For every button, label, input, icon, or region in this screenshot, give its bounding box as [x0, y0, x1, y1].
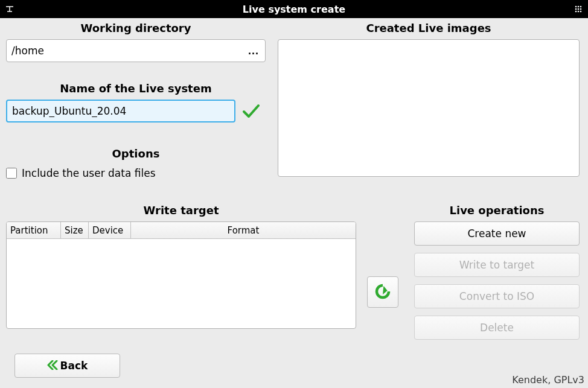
options-label: Options — [6, 147, 266, 160]
back-button-label: Back — [60, 360, 88, 372]
write-target-table[interactable]: Partition Size Device Format — [6, 221, 356, 329]
window-titlebar: Live system create — [0, 0, 588, 18]
window-grid-icon[interactable] — [574, 4, 583, 14]
window-menu-icon[interactable] — [5, 4, 14, 14]
svg-point-3 — [575, 6, 577, 8]
working-directory-label: Working directory — [6, 22, 266, 34]
svg-point-4 — [578, 6, 580, 8]
table-header: Partition Size Device Format — [7, 222, 356, 239]
svg-point-8 — [580, 8, 582, 10]
created-images-label: Created Live images — [278, 22, 580, 34]
browse-button[interactable]: ... — [241, 39, 266, 62]
include-user-data-label: Include the user data files — [22, 167, 156, 179]
write-to-target-button: Write to target — [414, 253, 580, 277]
window-title: Live system create — [0, 4, 588, 15]
svg-point-5 — [580, 6, 582, 8]
created-images-listbox[interactable] — [278, 39, 580, 177]
live-system-name-input[interactable] — [6, 100, 235, 122]
column-partition[interactable]: Partition — [7, 222, 61, 238]
create-new-button[interactable]: Create new — [414, 221, 580, 246]
svg-point-6 — [575, 8, 577, 10]
include-user-data-checkbox[interactable] — [6, 168, 17, 179]
back-button[interactable]: Back — [14, 354, 120, 378]
refresh-button[interactable] — [367, 276, 398, 308]
svg-point-9 — [575, 11, 577, 13]
footer-credit: Kendek, GPLv3 — [512, 374, 584, 386]
valid-checkmark-icon — [240, 100, 262, 122]
column-size[interactable]: Size — [61, 222, 89, 238]
write-target-label: Write target — [6, 204, 356, 217]
svg-point-11 — [580, 11, 582, 13]
working-directory-input[interactable] — [6, 39, 266, 62]
column-format[interactable]: Format — [131, 222, 356, 238]
convert-to-iso-button: Convert to ISO — [414, 284, 580, 308]
svg-point-10 — [578, 11, 580, 13]
include-user-data-row[interactable]: Include the user data files — [6, 167, 266, 179]
refresh-icon — [374, 282, 392, 302]
delete-button: Delete — [414, 316, 580, 340]
live-system-name-label: Name of the Live system — [6, 82, 266, 95]
back-chevron-icon — [47, 360, 58, 372]
column-device[interactable]: Device — [89, 222, 131, 238]
live-operations-label: Live operations — [414, 204, 580, 217]
svg-point-7 — [578, 8, 580, 10]
